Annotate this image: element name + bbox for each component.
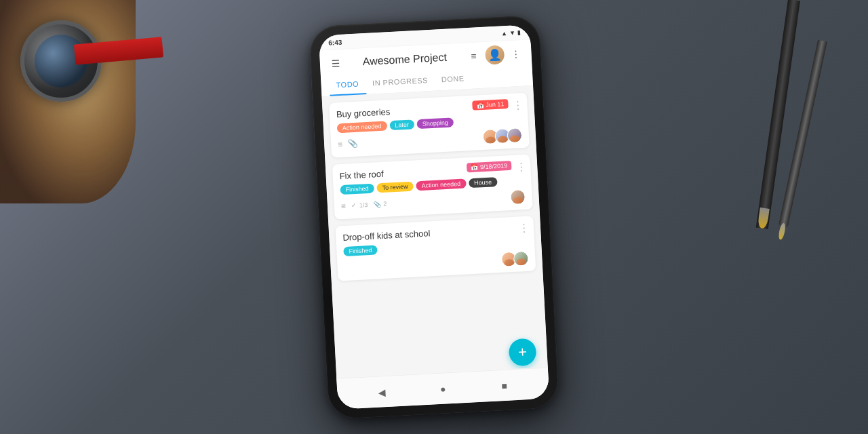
task-date: Jun 11 — [486, 100, 505, 108]
task-actions: ≡ ✓ 1/3 📎 2 — [341, 199, 387, 212]
description-icon[interactable]: ≡ — [338, 140, 343, 149]
tag-action-needed[interactable]: Action needed — [416, 178, 466, 191]
back-button[interactable]: ◀ — [375, 385, 388, 398]
task-card[interactable]: 📅 9/18/2019 ⋮ Fix the roof Finished To r… — [332, 154, 533, 219]
app-title: Awesome Project — [342, 50, 467, 69]
assignee-avatar — [507, 127, 522, 143]
assignee-avatar — [513, 251, 529, 267]
tab-todo[interactable]: TODO — [329, 75, 366, 96]
task-date-badge: 📅 Jun 11 — [472, 99, 509, 111]
task-more-icon[interactable]: ⋮ — [519, 222, 530, 235]
wifi-icon: ▼ — [509, 29, 515, 36]
task-assignees — [510, 189, 526, 205]
tab-in-progress[interactable]: IN PROGRESS — [366, 72, 435, 94]
user-avatar[interactable] — [485, 45, 505, 64]
attachment-icon[interactable]: 📎 — [348, 139, 359, 149]
subtask-count: 1/3 — [359, 201, 368, 209]
battery-icon: ▮ — [517, 29, 521, 36]
tag-finished[interactable]: Finished — [340, 184, 374, 195]
subtask-info: ✓ 1/3 — [351, 201, 368, 209]
description-icon[interactable]: ≡ — [341, 201, 347, 211]
task-actions: ≡ 📎 — [338, 139, 359, 150]
task-card[interactable]: 📅 Jun 11 ⋮ Buy groceries Action needed L… — [329, 93, 530, 158]
task-card[interactable]: ⋮ Drop-off kids at school Finished — [336, 216, 536, 281]
task-date: 9/18/2019 — [480, 162, 508, 170]
recent-apps-button[interactable]: ■ — [498, 379, 511, 392]
assignee-avatar — [510, 189, 526, 205]
task-date-badge: 📅 9/18/2019 — [467, 161, 512, 172]
tag-house[interactable]: House — [469, 177, 498, 188]
menu-icon[interactable]: ☰ — [328, 56, 343, 71]
checkmark-icon: ✓ — [351, 202, 357, 209]
phone-frame: 6:43 ▲ ▼ ▮ ☰ Awesome Project ≡ — [309, 15, 559, 420]
status-icons: ▲ ▼ ▮ — [501, 29, 521, 37]
pen-tip — [757, 208, 770, 229]
tag-later[interactable]: Later — [389, 119, 414, 130]
status-time: 6:43 — [328, 38, 342, 46]
home-button[interactable]: ● — [437, 382, 450, 395]
calendar-icon: 📅 — [471, 163, 479, 171]
attachment-info: 📎 2 — [373, 201, 387, 208]
attachment-count: 2 — [383, 201, 387, 208]
phone-screen: 6:43 ▲ ▼ ▮ ☰ Awesome Project ≡ — [319, 24, 549, 410]
tab-done[interactable]: DONE — [434, 70, 471, 91]
tag-finished[interactable]: Finished — [343, 245, 378, 256]
tag-to-review[interactable]: To review — [376, 182, 414, 193]
attachment-icon: 📎 — [373, 201, 381, 208]
phone-wrapper: 6:43 ▲ ▼ ▮ ☰ Awesome Project ≡ — [309, 15, 559, 420]
task-assignees — [482, 127, 522, 144]
tag-shopping[interactable]: Shopping — [416, 117, 454, 129]
task-assignees — [501, 251, 529, 267]
signal-icon: ▲ — [501, 30, 507, 37]
camera-decoration — [0, 0, 136, 203]
more-options-icon[interactable]: ⋮ — [508, 46, 524, 62]
calendar-icon: 📅 — [476, 102, 484, 109]
task-more-icon[interactable]: ⋮ — [512, 98, 524, 112]
filter-icon[interactable]: ≡ — [466, 48, 481, 64]
task-more-icon[interactable]: ⋮ — [515, 160, 527, 174]
tag-action-needed[interactable]: Action needed — [337, 121, 387, 133]
